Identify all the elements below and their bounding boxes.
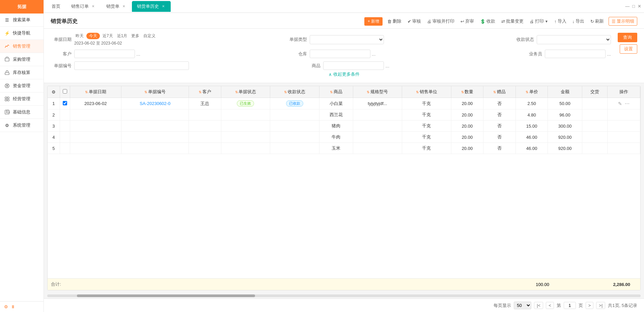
- col-date[interactable]: ⇅ 单据日期: [70, 86, 121, 98]
- cell-date: [70, 121, 121, 132]
- cell-doc-status: 已生效: [221, 98, 270, 109]
- tab-sales-order[interactable]: 销售订单 ✕: [66, 1, 101, 12]
- page-number-input[interactable]: [564, 302, 576, 309]
- cell-gift: 否: [483, 109, 516, 121]
- col-doc-no[interactable]: ⇅ 单据编号: [121, 86, 189, 98]
- tab-sales-goods[interactable]: 销货单 ✕: [101, 1, 131, 12]
- table-gear-icon[interactable]: ⚙: [52, 89, 56, 95]
- shortcut-yesterday[interactable]: 昨天: [74, 33, 85, 39]
- collapse-label: 收起更多条件: [333, 71, 360, 77]
- table-row: 1 2023-06-02 SA-20230602-0 王总 已生效 已收款 小白…: [48, 98, 640, 109]
- shortcut-7days[interactable]: 近7天: [101, 33, 114, 39]
- customer-dots[interactable]: ...: [136, 51, 140, 57]
- shortcut-1month[interactable]: 近1月: [116, 33, 129, 39]
- col-price[interactable]: ⇅ 单价: [515, 86, 548, 98]
- collect-button[interactable]: 💲 收款: [479, 17, 497, 25]
- export-button[interactable]: ↓ 导出: [571, 17, 586, 25]
- doc-type-select[interactable]: [310, 35, 384, 44]
- customer-input[interactable]: [74, 50, 135, 58]
- warehouse-dots[interactable]: ...: [372, 51, 376, 57]
- col-unit[interactable]: ⇅ 销售单位: [402, 86, 451, 98]
- prev-page-button[interactable]: <: [546, 302, 554, 309]
- tab-home[interactable]: 首页: [47, 1, 65, 12]
- row-checkbox[interactable]: [63, 101, 67, 105]
- more-icon[interactable]: ⋯: [625, 101, 629, 106]
- tab-close-sales-history[interactable]: ✕: [161, 4, 166, 8]
- cell-doc-no: [121, 121, 189, 132]
- sidebar-item-system[interactable]: ⚙ 系统管理: [0, 119, 44, 132]
- cell-doc-no[interactable]: SA-20230602-0: [121, 98, 189, 109]
- print-button[interactable]: 🖨 打印 ▼: [528, 17, 550, 25]
- tab-close-sales-goods[interactable]: ✕: [121, 4, 126, 8]
- sidebar-item-inventory[interactable]: 库存核算: [0, 66, 44, 79]
- page-size-select[interactable]: 20 50 100: [514, 302, 531, 309]
- sidebar-pause-icon[interactable]: ⏸: [11, 304, 15, 309]
- staff-input[interactable]: [545, 50, 606, 58]
- purchase-mgmt-icon: [4, 56, 10, 62]
- col-gift[interactable]: ⇅ 赠品: [483, 86, 516, 98]
- maximize-icon[interactable]: □: [632, 4, 635, 9]
- shortcut-today[interactable]: 今天: [86, 33, 100, 39]
- cell-customer: 王总: [189, 98, 221, 109]
- sidebar-item-finance[interactable]: ¥ 资金管理: [0, 79, 44, 93]
- sidebar-item-sales-mgmt[interactable]: 销售管理: [0, 40, 44, 53]
- horizontal-scrollbar[interactable]: [47, 294, 641, 297]
- cell-unit: 千克: [402, 132, 451, 143]
- abandon-button[interactable]: ↩ 弃审: [459, 17, 475, 25]
- refresh-button[interactable]: ↻ 刷新: [589, 17, 605, 25]
- shortcut-more[interactable]: 更多: [130, 33, 141, 39]
- sidebar-item-search-menu[interactable]: ☰ 搜索菜单: [0, 14, 44, 27]
- first-page-button[interactable]: |<: [534, 302, 543, 309]
- col-settings[interactable]: ⚙: [48, 86, 60, 98]
- review-print-button[interactable]: 🖨 审核并打印: [426, 17, 456, 25]
- staff-dots[interactable]: ...: [607, 51, 611, 57]
- sidebar-item-basic-info[interactable]: EA 基础信息: [0, 106, 44, 119]
- shortcut-custom[interactable]: 自定义: [142, 33, 157, 39]
- cell-payment-status: [270, 132, 319, 143]
- col-qty[interactable]: ⇅ 数量: [451, 86, 483, 98]
- review-button[interactable]: ✔ 审核: [406, 17, 422, 25]
- collapse-button[interactable]: ∧ 收起更多条件: [51, 70, 637, 79]
- warehouse-filter-label: 仓库: [286, 51, 310, 57]
- tab-label: 销售订单: [71, 3, 89, 9]
- cell-amount: 920.00: [548, 132, 582, 143]
- col-goods[interactable]: ⇅ 商品: [319, 86, 353, 98]
- display-button[interactable]: ☰ 显示明细: [609, 17, 637, 26]
- tab-close-sales-order[interactable]: ✕: [91, 4, 95, 8]
- new-button[interactable]: + 新增: [364, 17, 383, 26]
- doc-no-input[interactable]: [74, 61, 189, 70]
- batch-change-button[interactable]: ⇄ 批量变更: [500, 17, 525, 25]
- col-spec[interactable]: ⇅ 规格型号: [353, 86, 402, 98]
- next-page-button[interactable]: >: [586, 302, 594, 309]
- goods-input[interactable]: [323, 61, 384, 70]
- goods-dots[interactable]: ...: [385, 63, 389, 69]
- footer-qty-total: 100.00: [502, 282, 556, 287]
- import-button[interactable]: ↑ 导入: [553, 17, 568, 25]
- sidebar-item-operation[interactable]: 经营管理: [0, 93, 44, 106]
- sidebar-settings-icon[interactable]: ⚙: [4, 304, 8, 309]
- col-payment-status[interactable]: ⇅ 收款状态: [270, 86, 319, 98]
- sidebar-item-label: 库存核算: [13, 70, 30, 76]
- setting-button[interactable]: 设置: [620, 44, 637, 54]
- minimize-icon[interactable]: —: [625, 4, 629, 9]
- delete-button[interactable]: 🗑 删除: [386, 17, 403, 25]
- query-button[interactable]: 查询: [618, 33, 637, 42]
- sidebar-item-quick-nav[interactable]: ⚡ 快捷导航: [0, 27, 44, 40]
- last-page-button[interactable]: >|: [596, 302, 605, 309]
- warehouse-input[interactable]: [310, 50, 370, 58]
- payment-status-select[interactable]: [537, 35, 611, 44]
- filter-right: 查询 设置: [618, 33, 637, 54]
- tab-sales-history[interactable]: 销货单历史 ✕: [132, 1, 171, 12]
- edit-icon[interactable]: ✎: [618, 101, 622, 106]
- close-window-icon[interactable]: ✕: [638, 4, 641, 9]
- window-controls: — □ ✕: [625, 4, 641, 9]
- sidebar-item-label: 销售管理: [13, 43, 30, 49]
- col-customer[interactable]: ⇅ 客户: [189, 86, 221, 98]
- select-all-checkbox[interactable]: [63, 89, 67, 94]
- col-amount: 金额: [548, 86, 582, 98]
- customer-filter-label: 客户: [51, 51, 74, 57]
- sidebar-item-purchase-mgmt[interactable]: 采购管理: [0, 53, 44, 66]
- date-range-display: 2023-06-02 至 2023-06-02: [74, 41, 157, 46]
- date-filter-field: 昨天 今天 近7天 近1月 更多 自定义 2023-06-02 至 2023-0…: [74, 33, 157, 46]
- col-doc-status[interactable]: ⇅ 单据状态: [221, 86, 270, 98]
